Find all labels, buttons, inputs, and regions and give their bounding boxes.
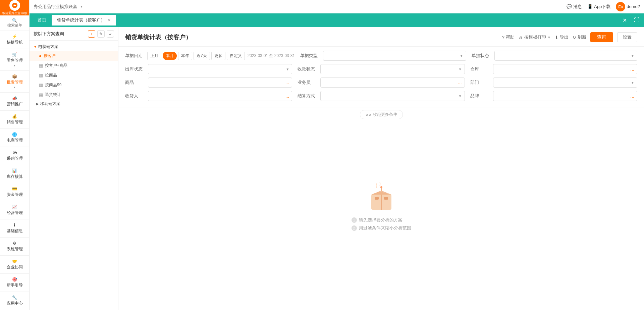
- date-btn-this-month[interactable]: 本月: [163, 52, 177, 60]
- brand-dots[interactable]: ...: [630, 93, 634, 99]
- logo-text: 畅捷通好生意 标版: [2, 11, 28, 15]
- export-btn[interactable]: ⬇ 导出: [555, 34, 569, 40]
- salesperson-dots[interactable]: ...: [458, 80, 462, 85]
- page-header: 销货单统计表（按客户） ? 帮助 🖨 按模板打印 ▼ ⬇ 导出: [118, 27, 644, 47]
- date-btn-more[interactable]: 更多: [211, 52, 225, 60]
- scheme-item-by-customer-goods[interactable]: ▦ 按客户+商品: [30, 61, 118, 70]
- retail-label: 零售管理: [7, 58, 23, 63]
- edit-icon: ✎: [99, 32, 103, 37]
- query-btn[interactable]: 查询: [590, 32, 613, 42]
- app-download-btn[interactable]: 📱 App下载: [587, 4, 610, 10]
- out-status-dropdown-icon: ▼: [286, 67, 289, 71]
- empty-tip-2-text: 用过滤条件来缩小分析范围: [359, 225, 411, 231]
- scheme-item-return-stat[interactable]: ▦ 退货统计: [30, 90, 118, 100]
- sidebar-item-newbie[interactable]: 🎯 新手引导: [0, 274, 29, 292]
- sidebar-item-wholesale[interactable]: 📦 批发管理 ▲: [0, 71, 29, 93]
- collapse-label: 收起更多条件: [373, 112, 397, 117]
- print-btn[interactable]: 🖨 按模板打印 ▼: [519, 34, 551, 40]
- left-panel-header: 按以下方案查询 + ✎ «: [30, 27, 118, 41]
- ecommerce-label: 电商管理: [7, 138, 23, 143]
- edit-scheme-btn[interactable]: ✎: [97, 30, 105, 38]
- sidebar-item-inventory[interactable]: 📊 库存核算: [0, 165, 29, 183]
- payment-select[interactable]: ▼: [320, 91, 465, 101]
- receiver-input[interactable]: ...: [148, 91, 292, 101]
- ecommerce-icon: 🌐: [12, 132, 17, 137]
- tab-home[interactable]: 首页: [32, 15, 52, 25]
- date-btn-custom[interactable]: 自定义: [227, 52, 245, 60]
- wholesale-arrow: ▲: [13, 86, 16, 89]
- svg-rect-4: [384, 197, 388, 200]
- return-stat-label: 退货统计: [45, 92, 61, 98]
- out-status-filter: 出库状态 ▼: [125, 64, 292, 74]
- collapse-panel-btn[interactable]: «: [107, 30, 114, 38]
- user-menu[interactable]: Ea demo2: [616, 2, 640, 11]
- mobile-group-title[interactable]: ▶ 移动端方案: [30, 100, 118, 108]
- brand-input[interactable]: ...: [493, 91, 637, 101]
- sidebar-item-finance[interactable]: 💳 资金管理: [0, 183, 29, 201]
- tab-sales-stat[interactable]: 销货单统计表（按客户） ✕: [52, 15, 116, 25]
- date-btn-last-7[interactable]: 近7天: [194, 52, 210, 60]
- warehouse-input[interactable]: ...: [493, 64, 637, 74]
- scheme-item-by-goods-99[interactable]: ▦ 按商品99: [30, 80, 118, 90]
- doc-type-filter: 单据类型 ▼: [300, 51, 466, 61]
- system-icon: ⚙: [13, 241, 16, 246]
- goods-input[interactable]: ...: [148, 78, 292, 88]
- brand-filter: 品牌 ...: [470, 91, 637, 101]
- page-title: 销货单统计表（按客户）: [125, 33, 192, 41]
- search-menu[interactable]: 🔍 搜索菜单: [0, 15, 29, 31]
- tab-maximize-btn[interactable]: ⛶: [632, 15, 641, 25]
- marketing-label: 营销推广: [7, 101, 23, 107]
- tab-close-icon[interactable]: ✕: [108, 18, 111, 22]
- message-btn[interactable]: 💬 消息: [567, 4, 582, 10]
- scheme-item-by-customer[interactable]: ● 按客户: [30, 51, 118, 61]
- scheme-item-by-goods[interactable]: ▦ 按商品: [30, 70, 118, 80]
- add-icon: +: [90, 32, 93, 37]
- warehouse-dots[interactable]: ...: [630, 66, 634, 72]
- sidebar-item-enterprise[interactable]: 🤝 企业协同: [0, 256, 29, 274]
- refresh-label: 刷新: [578, 34, 586, 40]
- collapse-btn[interactable]: ∧∧ 收起更多条件: [360, 110, 403, 119]
- sidebar-item-purchase[interactable]: 🛍 采购管理: [0, 147, 29, 165]
- receipt-status-select[interactable]: ▼: [320, 64, 465, 74]
- desktop-group-title[interactable]: ▼ 电脑端方案: [30, 43, 118, 51]
- by-goods-99-icon: ▦: [39, 83, 43, 88]
- doc-type-select[interactable]: ▼: [323, 51, 466, 61]
- out-status-select[interactable]: ▼: [148, 64, 292, 74]
- right-content: 销货单统计表（按客户） ? 帮助 🖨 按模板打印 ▼ ⬇ 导出: [118, 27, 644, 310]
- department-select[interactable]: ▼: [493, 78, 637, 88]
- tab-minimize-btn[interactable]: ✕: [620, 15, 629, 25]
- by-customer-goods-label: 按客户+商品: [45, 63, 67, 68]
- receiver-dots[interactable]: ...: [285, 93, 289, 99]
- by-goods-99-label: 按商品99: [45, 82, 61, 88]
- main-area: 办公用品行业模拟账套 ▼ 💬 消息 📱 App下载 Ea demo2 首页 销货…: [30, 0, 644, 310]
- salesperson-input[interactable]: ...: [320, 78, 465, 88]
- sidebar-item-ecommerce[interactable]: 🌐 电商管理: [0, 129, 29, 147]
- sidebar-item-appstore[interactable]: 🔧 应用中心: [0, 292, 29, 310]
- logo-icon: [9, 0, 20, 11]
- payment-dropdown-icon: ▼: [459, 94, 462, 98]
- add-scheme-btn[interactable]: +: [88, 30, 95, 38]
- payment-filter: 结算方式 ▼: [298, 91, 465, 101]
- sidebar-item-business[interactable]: 📈 经营管理: [0, 201, 29, 219]
- department-dropdown-icon: ▼: [631, 81, 634, 85]
- sidebar-item-marketing[interactable]: 📣 营销推广: [0, 93, 29, 111]
- goods-dots[interactable]: ...: [285, 80, 289, 85]
- sidebar-item-retail[interactable]: 🛒 零售管理 ▼: [0, 49, 29, 71]
- help-btn[interactable]: ? 帮助: [502, 34, 515, 40]
- settings-btn[interactable]: 设置: [617, 32, 637, 42]
- sidebar-item-basic[interactable]: ℹ 基础信息: [0, 219, 29, 238]
- doc-status-select[interactable]: ▼: [494, 51, 637, 61]
- sidebar-item-sales[interactable]: 💰 销售管理: [0, 111, 29, 129]
- print-label: 按模板打印: [524, 34, 546, 40]
- quick-nav-label: 快捷导航: [7, 40, 23, 45]
- industry-dropdown-arrow[interactable]: ▼: [80, 5, 83, 8]
- refresh-icon: ↻: [573, 35, 576, 40]
- receipt-status-dropdown-icon: ▼: [459, 67, 462, 71]
- desktop-group-label: 电脑端方案: [38, 44, 58, 50]
- sidebar-item-system[interactable]: ⚙ 系统管理: [0, 238, 29, 256]
- refresh-btn[interactable]: ↻ 刷新: [573, 34, 586, 40]
- date-btn-this-year[interactable]: 本年: [178, 52, 192, 60]
- sidebar-item-quick-nav[interactable]: ⚡ 快捷导航: [0, 31, 29, 49]
- maximize-icon: ⛶: [634, 17, 639, 23]
- date-btn-last-month[interactable]: 上月: [147, 52, 161, 60]
